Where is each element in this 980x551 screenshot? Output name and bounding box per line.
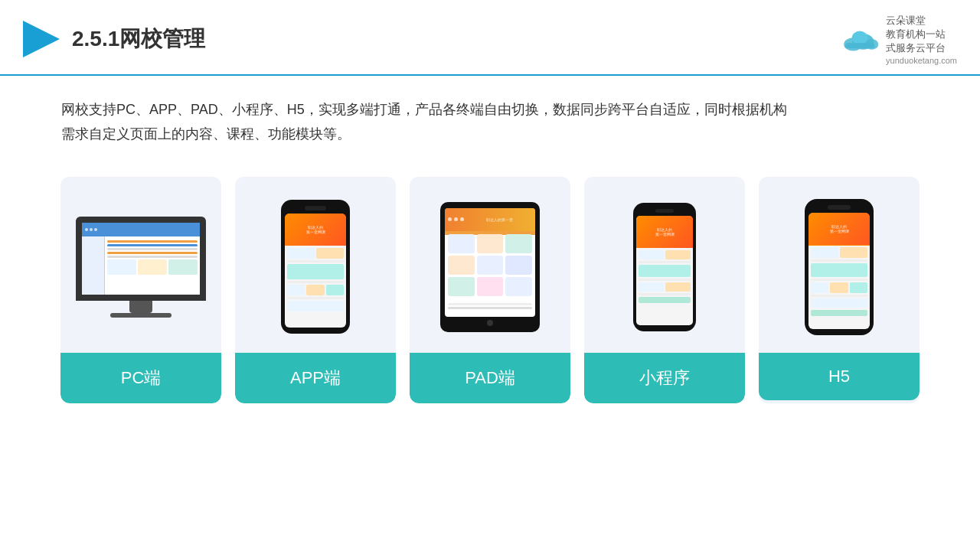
device-phone: 职达人的第一堂网课 (281, 200, 350, 334)
brand-slogan: 教育机构一站 (886, 28, 957, 41)
device-h5: 职达人的第一堂网课 (805, 199, 874, 335)
card-h5-image: 职达人的第一堂网课 (759, 177, 920, 353)
pc-screen (76, 217, 206, 301)
card-miniapp-image: 职达人的第一堂网课 (584, 177, 745, 353)
card-pc-image (60, 177, 221, 353)
card-miniapp-label: 小程序 (584, 353, 745, 403)
logo-icon (23, 21, 60, 57)
brand-logo: 云朵课堂 教育机构一站 式服务云平台 yunduoketang.com (840, 14, 957, 65)
card-h5-label: H5 (759, 353, 920, 400)
card-pad-label: PAD端 (410, 353, 570, 403)
card-miniapp: 职达人的第一堂网课 (584, 177, 745, 403)
cloud-logo-icon (840, 25, 880, 53)
description-line1: 网校支持PC、APP、PAD、小程序、H5，实现多端打通，产品各终端自由切换，数… (61, 97, 919, 122)
card-app-label: APP端 (235, 353, 396, 403)
card-pad-image: 职达人的第一堂 (410, 177, 570, 353)
header-left: 2.5.1网校管理 (23, 21, 205, 57)
header: 2.5.1网校管理 云朵课堂 教育机构一站 式服务云平台 yunduoketan… (0, 0, 980, 76)
device-miniapp: 职达人的第一堂网课 (633, 203, 696, 331)
brand-slogan2: 式服务云平台 (886, 41, 957, 55)
brand-name: 云朵课堂 (886, 14, 957, 28)
cards-container: PC端 职达人的第一堂网课 (0, 161, 980, 419)
device-tablet: 职达人的第一堂 (440, 202, 540, 332)
card-pad: 职达人的第一堂 (410, 177, 570, 403)
card-pc-label: PC端 (60, 353, 221, 403)
card-app: 职达人的第一堂网课 (235, 177, 396, 403)
description-text: 网校支持PC、APP、PAD、小程序、H5，实现多端打通，产品各终端自由切换，数… (0, 76, 980, 155)
brand-info: 云朵课堂 教育机构一站 式服务云平台 yunduoketang.com (886, 14, 957, 65)
card-pc: PC端 (60, 177, 221, 403)
svg-marker-0 (23, 21, 60, 57)
brand-url: yunduoketang.com (886, 56, 957, 65)
header-right: 云朵课堂 教育机构一站 式服务云平台 yunduoketang.com (840, 14, 957, 65)
card-app-image: 职达人的第一堂网课 (235, 177, 396, 353)
description-line2: 需求自定义页面上的内容、课程、功能模块等。 (61, 122, 919, 146)
device-pc (76, 217, 206, 318)
svg-rect-5 (845, 43, 874, 48)
card-h5: 职达人的第一堂网课 (759, 177, 920, 403)
page-title: 2.5.1网校管理 (72, 24, 205, 54)
svg-point-4 (852, 31, 868, 44)
